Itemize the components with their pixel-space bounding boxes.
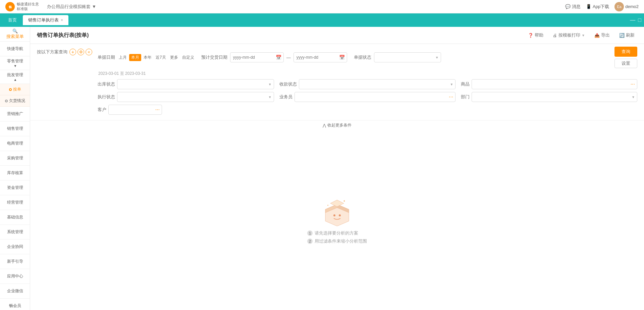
sidebar-item-purchase-label: 采购管理 [7,155,23,161]
template-print-label: 按模板打印 [558,32,580,38]
scheme-icons: + ⚙ « [69,49,92,55]
collapse-bar[interactable]: ⋀ 收起更多条件 [30,120,644,130]
goods-input-wrap[interactable]: ··· [472,79,637,89]
sidebar-item-wechat[interactable]: 企业微信 [0,284,30,299]
app-download-button[interactable]: 📱 App下载 [586,4,609,10]
user-area[interactable]: Ea demo2 [614,2,639,11]
expected-date-to-field[interactable] [297,55,344,60]
payment-status-select[interactable]: ▼ [299,79,456,89]
scheme-collapse-button[interactable]: « [86,49,92,55]
logo-text-line2: 标准版 [17,7,39,11]
date-more-button[interactable]: 更多 [168,54,180,61]
help-button[interactable]: ❓ 帮助 [525,31,546,40]
date-current-month-button[interactable]: 本月 [129,54,141,61]
tab-maximize-button[interactable]: □ [638,17,641,23]
date-to-calendar-icon[interactable]: 📅 [339,55,345,60]
sidebar-item-finance-label: 资金管理 [7,185,23,191]
sidebar-item-marketing-label: 营销推广 [7,111,23,117]
sidebar-item-system[interactable]: 系统管理 [0,225,30,240]
warehouse-status-input[interactable] [120,82,271,87]
filter-row-status: 出库状态 ▼ 收款状态 ▼ [98,79,637,89]
expected-date-to-input[interactable]: 📅 [293,52,347,62]
collapse-label: 收起更多条件 [327,122,352,128]
salesman-input-wrap[interactable]: ··· [294,92,456,102]
date-from-calendar-icon[interactable]: 📅 [276,55,281,60]
sidebar-item-beginner-label: 新手引导 [7,259,23,264]
status-select[interactable]: ▼ [374,52,441,62]
logo-icon: 畅 [5,2,15,11]
filter-fields: 单据日期 上月 本月 本年 近7天 更多 自定义 [98,47,637,117]
expected-date-from-field[interactable] [233,55,281,60]
sidebar-item-app-center[interactable]: 应用中心 [0,269,30,284]
tab-home[interactable]: 首页 [3,15,22,25]
sidebar-item-beginner[interactable]: 新手引导 [0,254,30,269]
date-last7days-button[interactable]: 近7天 [154,54,168,61]
sidebar-item-operations[interactable]: 经营管理 [0,195,30,210]
exec-status-select[interactable]: ▼ [117,92,274,102]
expected-date-from-input[interactable]: 📅 [230,52,284,62]
sidebar-item-wholesale[interactable]: 批发管理 ▲ [0,70,30,84]
filter-row-date: 单据日期 上月 本月 本年 近7天 更多 自定义 [98,47,637,68]
query-button[interactable]: 查询 [614,47,637,57]
sidebar-sub-item-orders[interactable]: 按单 [0,84,30,95]
setting-button[interactable]: 设置 [614,59,637,68]
sidebar-item-marketing[interactable]: 营销推广 [0,107,30,121]
exec-status-arrow-icon: ▼ [268,95,272,99]
customer-input-wrap[interactable]: ··· [108,105,162,115]
sidebar-item-ecommerce[interactable]: 电商管理 [0,136,30,151]
dept-input[interactable] [475,95,634,100]
status-input[interactable] [377,55,438,60]
svg-text:畅: 畅 [9,5,12,9]
hint-num-2: 2 [307,239,313,244]
payment-status-cell: 收款状态 ▼ [279,79,456,89]
sidebar-item-sales[interactable]: 销售管理 [0,121,30,136]
refresh-label: 刷新 [626,32,635,38]
sidebar-item-member[interactable]: 畅会员 [0,299,30,310]
sidebar-item-retail[interactable]: 零售管理 ▼ [0,56,30,70]
sidebar-item-basic-info[interactable]: 基础信息 [0,210,30,225]
template-print-button[interactable]: 🖨 按模板打印 ▼ [550,31,588,40]
salesman-ellipsis-icon[interactable]: ··· [449,94,453,100]
scheme-settings-button[interactable]: ⚙ [77,49,84,55]
scheme-label: 按以下方案查询 [37,49,67,55]
goods-ellipsis-icon[interactable]: ··· [631,81,635,87]
sidebar-item-inventory[interactable]: 库存核算 [0,166,30,180]
sidebar-search[interactable]: 🔍 搜索菜单 [0,27,30,42]
sidebar-sub-item-backorder[interactable]: 欠货情况 [0,95,30,107]
breadcrumb[interactable]: 办公用品行业模拟账套 ▼ [47,4,96,10]
dept-select[interactable]: ▼ [472,92,637,102]
customer-input[interactable] [111,107,159,112]
scheme-add-button[interactable]: + [69,49,76,55]
tab-minimize-button[interactable]: — [630,17,635,23]
main-layout: 🔍 搜索菜单 快捷导航 零售管理 ▼ 批发管理 ▲ 按单 欠货情况 营销推广 [0,27,644,310]
sidebar-item-system-label: 系统管理 [7,229,23,235]
scheme-collapse-icon: « [88,50,90,54]
salesman-input[interactable] [298,95,453,100]
customer-ellipsis-icon[interactable]: ··· [155,107,160,113]
tab-home-label: 首页 [8,17,17,23]
sidebar-item-corp-collab[interactable]: 企业协同 [0,240,30,254]
sidebar-quick-nav[interactable]: 快捷导航 [0,42,30,56]
date-filter-cell: 单据日期 上月 本月 本年 近7天 更多 自定义 [98,54,196,61]
message-button[interactable]: 💬 消息 [565,4,581,10]
tab-active[interactable]: 销售订单执行表 × [23,15,68,25]
sidebar-item-purchase[interactable]: 采购管理 [0,151,30,166]
empty-box-icon: ✦ ✦ [320,196,354,226]
filter-row-exec: 执行状态 ▼ 业务员 ··· [98,92,637,102]
goods-input[interactable] [475,82,634,87]
date-prev-month-button[interactable]: 上月 [117,54,128,61]
refresh-button[interactable]: 🔄 刷新 [616,31,637,40]
empty-illustration: ✦ ✦ 1 请先选择要分析的方案 2 用过滤条件来缩 [307,196,367,244]
tab-close-icon[interactable]: × [61,18,63,22]
warehouse-status-select[interactable]: ▼ [117,79,274,89]
salesman-label: 业务员 [279,94,292,100]
export-button[interactable]: 📤 导出 [592,31,612,40]
data-area: ✦ ✦ 1 请先选择要分析的方案 2 用过滤条件来缩 [30,130,644,310]
hint-num-1: 1 [307,230,313,236]
date-current-year-button[interactable]: 本年 [142,54,153,61]
status-label: 单据状态 [354,54,371,60]
exec-status-input[interactable] [120,95,271,100]
sidebar-item-finance[interactable]: 资金管理 [0,180,30,195]
date-custom-button[interactable]: 自定义 [180,54,196,61]
payment-status-input[interactable] [302,82,453,87]
